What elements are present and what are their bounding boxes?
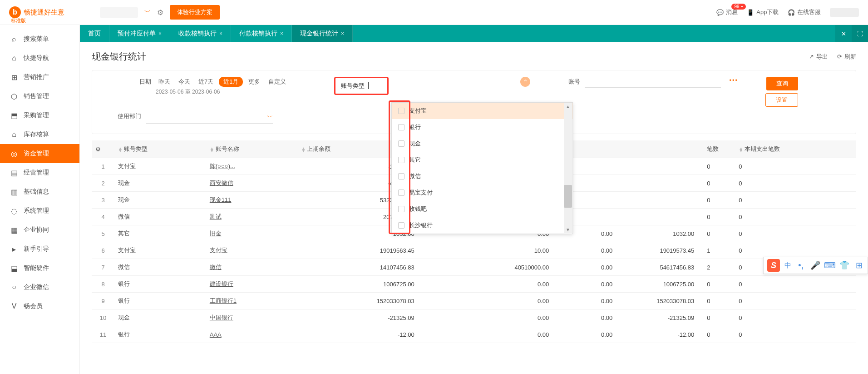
app-download-link[interactable]: 📱 App下载 bbox=[747, 8, 779, 16]
sidebar-item[interactable]: ⬡销售管理 bbox=[0, 87, 79, 106]
th-account-type[interactable]: ▲▼账号类型 bbox=[114, 140, 206, 158]
sidebar-item[interactable]: ⌂快捷导航 bbox=[0, 49, 79, 68]
cell-type: 其它 bbox=[114, 225, 206, 242]
sidebar-item[interactable]: ⌂库存核算 bbox=[0, 125, 79, 144]
sidebar-label: 资金管理 bbox=[24, 150, 49, 158]
user-avatar[interactable]: . bbox=[830, 8, 859, 17]
search-button[interactable]: 查询 bbox=[766, 77, 798, 90]
checkbox[interactable] bbox=[398, 206, 404, 212]
dropdown-item[interactable]: 其它 bbox=[392, 152, 572, 168]
account-type-field[interactable]: 账号类型 bbox=[334, 77, 389, 95]
sidebar-item[interactable]: ◎资金管理 bbox=[0, 144, 79, 163]
dropdown-item[interactable]: 微信 bbox=[392, 168, 572, 185]
sidebar-item[interactable]: ⬒采购管理 bbox=[0, 106, 79, 125]
company-selector[interactable] bbox=[100, 7, 138, 18]
ime-skin-icon[interactable]: 👕 bbox=[839, 260, 849, 270]
checkbox[interactable] bbox=[398, 157, 404, 163]
ime-punct-icon[interactable]: •ˌ bbox=[796, 260, 806, 270]
sidebar-item[interactable]: ▸新手引导 bbox=[0, 239, 79, 259]
dropdown-item[interactable]: 收钱吧 bbox=[392, 201, 572, 217]
th-col7[interactable] bbox=[621, 140, 703, 158]
ime-toolbar[interactable]: S 中 •ˌ 🎤 ⌨ 👕 ⊞ bbox=[763, 257, 868, 274]
date-shortcut[interactable]: 昨天 bbox=[156, 77, 173, 87]
checkbox[interactable] bbox=[398, 189, 404, 196]
account-link[interactable]: 微信 bbox=[210, 264, 222, 270]
date-shortcut[interactable]: 更多 bbox=[246, 77, 263, 87]
account-link[interactable]: 现金111 bbox=[210, 196, 232, 203]
export-button[interactable]: ↗导出 bbox=[809, 53, 828, 61]
sidebar-item[interactable]: ⬓智能硬件 bbox=[0, 259, 79, 278]
close-icon[interactable]: × bbox=[280, 30, 283, 37]
tab[interactable]: 首页 bbox=[80, 25, 109, 42]
sidebar-item[interactable]: ⌕搜索菜单 bbox=[0, 30, 79, 49]
sidebar-item[interactable]: ▥基础信息 bbox=[0, 182, 79, 201]
fullscreen-icon[interactable]: ⛶ bbox=[852, 25, 868, 42]
dropdown-item[interactable]: 长沙银行 bbox=[392, 217, 572, 234]
cell-prev: 19019563.45 bbox=[298, 242, 424, 259]
refresh-button[interactable]: ⟳刷新 bbox=[837, 53, 856, 61]
date-shortcut[interactable]: 近7天 bbox=[196, 77, 216, 87]
account-link[interactable]: 支付宝 bbox=[210, 247, 227, 254]
dept-select[interactable]: ﹀ bbox=[146, 111, 273, 124]
dropdown-scrollbar[interactable]: ▲ ▼ bbox=[564, 103, 572, 233]
gear-icon[interactable]: ⚙ bbox=[157, 8, 163, 17]
dropdown-item[interactable]: 现金 bbox=[392, 135, 572, 152]
account-link[interactable]: 中国银行 bbox=[210, 314, 233, 321]
sidebar-item[interactable]: ▦企业协同 bbox=[0, 220, 79, 239]
close-icon[interactable]: × bbox=[158, 30, 162, 37]
checkbox[interactable] bbox=[398, 140, 404, 147]
tab[interactable]: 收款核销执行× bbox=[170, 25, 231, 42]
chevron-down-icon[interactable]: ﹀ bbox=[144, 8, 151, 16]
tab[interactable]: 付款核销执行× bbox=[231, 25, 292, 42]
checkbox[interactable] bbox=[398, 173, 404, 180]
th-gear[interactable]: ⚙ bbox=[92, 140, 114, 158]
more-dots-icon[interactable]: ••• bbox=[729, 77, 738, 84]
dropdown-item[interactable]: 银行 bbox=[392, 119, 572, 135]
collapse-button[interactable]: ⌃ bbox=[520, 77, 530, 87]
online-service-link[interactable]: 🎧 在线客服 bbox=[788, 8, 821, 16]
sogou-icon[interactable]: S bbox=[767, 259, 780, 272]
ime-keyboard-icon[interactable]: ⌨ bbox=[825, 260, 835, 270]
cell-type: 微信 bbox=[114, 259, 206, 276]
sidebar-item[interactable]: ▤经营管理 bbox=[0, 163, 79, 182]
sidebar-item[interactable]: ○企业微信 bbox=[0, 278, 79, 297]
tab[interactable]: 现金银行统计× bbox=[292, 25, 353, 42]
close-all-tabs-icon[interactable]: ✕ bbox=[835, 25, 852, 42]
account-link[interactable]: 工商银行1 bbox=[210, 297, 237, 304]
cell-income: 0.00 bbox=[424, 293, 558, 309]
cell-count: 0 bbox=[703, 192, 735, 209]
scroll-thumb[interactable] bbox=[564, 185, 572, 208]
dropdown-item[interactable]: 易宝支付 bbox=[392, 185, 572, 201]
dropdown-item[interactable]: 支付宝 bbox=[392, 103, 572, 119]
tab[interactable]: 预付冲应付单× bbox=[109, 25, 170, 42]
account-num-field[interactable] bbox=[585, 77, 721, 88]
sidebar-item[interactable]: ⊞营销推广 bbox=[0, 68, 79, 87]
sidebar-item[interactable]: ◌系统管理 bbox=[0, 201, 79, 220]
trial-button[interactable]: 体验行业方案 bbox=[170, 5, 220, 20]
th-out-count[interactable]: ▲▼本期支出笔数 bbox=[735, 140, 856, 158]
checkbox[interactable] bbox=[398, 222, 404, 229]
date-shortcut[interactable]: 近1月 bbox=[219, 77, 243, 87]
account-link[interactable]: 陈(○○○)... bbox=[210, 163, 235, 170]
page-header: 现金银行统计 ↗导出 ⟳刷新 bbox=[92, 50, 856, 63]
settings-button[interactable]: 设置 bbox=[765, 93, 798, 107]
th-count[interactable]: 笔数 bbox=[703, 140, 735, 158]
ime-mic-icon[interactable]: 🎤 bbox=[810, 260, 820, 270]
account-link[interactable]: AAA bbox=[210, 331, 222, 338]
sidebar-item[interactable]: V畅会员 bbox=[0, 297, 79, 316]
close-icon[interactable]: × bbox=[341, 30, 344, 37]
date-shortcut[interactable]: 今天 bbox=[176, 77, 193, 87]
date-shortcut[interactable]: 自定义 bbox=[266, 77, 289, 87]
account-link[interactable]: 旧金 bbox=[210, 230, 222, 237]
account-link[interactable]: 测试 bbox=[210, 213, 222, 220]
ime-lang[interactable]: 中 bbox=[784, 261, 791, 270]
checkbox[interactable] bbox=[398, 108, 404, 114]
checkbox[interactable] bbox=[398, 124, 404, 130]
th-account-name[interactable]: ▲▼账号名称 bbox=[206, 140, 298, 158]
account-link[interactable]: 建设银行 bbox=[210, 280, 233, 287]
account-link[interactable]: 西安微信 bbox=[210, 180, 233, 186]
messages-link[interactable]: 💬 消息 99 + bbox=[716, 8, 738, 16]
close-icon[interactable]: × bbox=[219, 30, 222, 37]
ime-toolbox-icon[interactable]: ⊞ bbox=[854, 260, 864, 270]
sidebar-icon: ▸ bbox=[10, 245, 18, 253]
